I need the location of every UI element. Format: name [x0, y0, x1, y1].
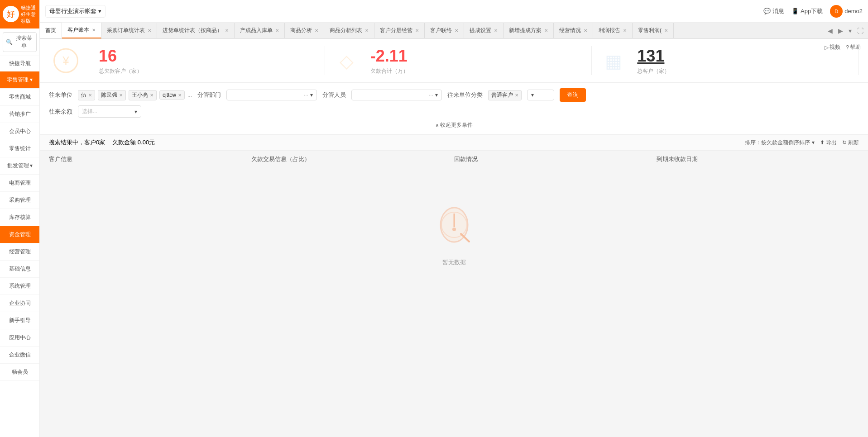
tab-purchase-stats-by-product[interactable]: 进货单统计表（按商品） ✕: [157, 23, 235, 38]
sort-chevron-icon: ▾: [812, 139, 815, 146]
tab-close-customer-contact[interactable]: ✕: [455, 28, 458, 33]
company-tag-wang[interactable]: 王小亮 ✕: [129, 90, 157, 100]
person-select[interactable]: ··· ▾: [351, 90, 442, 100]
sidebar-item-purchase[interactable]: 采购管理: [0, 192, 39, 209]
quick-nav-button[interactable]: 快捷导航: [0, 56, 39, 71]
tab-product-analysis-list[interactable]: 商品分析列表 ✕: [324, 23, 374, 38]
category-tag-normal[interactable]: 普通客户 ✕: [488, 90, 522, 100]
category-tag-close[interactable]: ✕: [515, 93, 518, 98]
tab-scroll-left-button[interactable]: ◀: [826, 26, 834, 35]
company-tag-close-wu[interactable]: ✕: [88, 93, 92, 98]
tab-expand-button[interactable]: ⛶: [855, 26, 865, 35]
help-link[interactable]: ? 帮助: [846, 43, 861, 51]
tab-close-product-analysis[interactable]: ✕: [315, 28, 318, 33]
dept-more-icon: ···: [304, 92, 308, 98]
app-download-button[interactable]: 📱 App下载: [791, 7, 823, 15]
dept-select[interactable]: ··· ▾: [226, 90, 317, 100]
sidebar-item-retail-stats[interactable]: 零售统计: [0, 140, 39, 157]
sidebar-item-vip-member[interactable]: 畅会员: [0, 364, 39, 381]
sidebar-item-new-guide[interactable]: 新手引导: [0, 312, 39, 329]
sidebar-item-app-center[interactable]: 应用中心: [0, 329, 39, 347]
tab-purchase-order-stats[interactable]: 采购订单统计表 ✕: [101, 23, 157, 38]
company-tag-wu[interactable]: 伍 ✕: [78, 90, 95, 100]
export-button[interactable]: ⬆ 导出: [820, 139, 837, 147]
refresh-button[interactable]: ↻ 刷新: [842, 139, 859, 147]
sidebar-item-retail-mall[interactable]: 零售商城: [0, 89, 39, 106]
table-header: 客户信息 欠款交易信息（占比） 回款情况 到期未收款日期: [40, 151, 868, 168]
company-tag-chen[interactable]: 陈民强 ✕: [98, 90, 126, 100]
tab-menu-button[interactable]: ▾: [847, 26, 854, 35]
tab-close-product-analysis-list[interactable]: ✕: [365, 28, 369, 33]
stat-value-debt-customers: 16: [99, 46, 142, 66]
sidebar-item-ecommerce[interactable]: 电商管理: [0, 175, 39, 192]
sidebar-item-base-info[interactable]: 基础信息: [0, 261, 39, 278]
tab-close-customer-account[interactable]: ✕: [92, 28, 96, 33]
user-profile[interactable]: D demo2: [830, 5, 863, 18]
search-menu-button[interactable]: 🔍 搜索菜单: [3, 32, 37, 52]
account-selector[interactable]: 母婴行业演示帐套 ▾: [45, 5, 106, 18]
sidebar-item-retail-management[interactable]: 零售管理 ▾: [0, 71, 39, 89]
stat-total-debt-amount: ◇ -2.11 欠款合计（万）: [325, 46, 592, 75]
tab-customer-account[interactable]: 客户账本 ✕: [62, 23, 101, 38]
svg-point-2: [452, 228, 456, 231]
tab-close-operations-status[interactable]: ✕: [584, 28, 587, 33]
tab-home[interactable]: 首页: [40, 23, 62, 38]
tab-operations-status[interactable]: 经营情况 ✕: [554, 23, 593, 38]
tab-close-profit-report[interactable]: ✕: [623, 28, 627, 33]
tab-close-purchase-stats-by-product[interactable]: ✕: [225, 28, 229, 33]
tab-close-new-incentive[interactable]: ✕: [544, 28, 548, 33]
sort-select[interactable]: 排序：按欠款金额倒序排序 ▾: [745, 139, 815, 147]
tab-scroll-right-button[interactable]: ▶: [836, 26, 845, 35]
tab-product-inbound[interactable]: 产成品入库单 ✕: [235, 23, 285, 38]
tab-close-reminder-settings[interactable]: ✕: [494, 28, 498, 33]
company-tag-close-wang[interactable]: ✕: [150, 93, 153, 98]
category-dropdown[interactable]: ▾: [527, 90, 554, 100]
tab-close-customer-segment[interactable]: ✕: [415, 28, 419, 33]
video-link[interactable]: ▷ 视频: [825, 43, 840, 51]
sidebar-item-system[interactable]: 系统管理: [0, 278, 39, 295]
tab-retail-profit[interactable]: 零售利润( ✕: [633, 23, 674, 38]
topbar-right: 💬 消息 📱 App下载 D demo2: [763, 5, 863, 18]
balance-select[interactable]: 选择... ▾: [78, 105, 141, 118]
refresh-icon: ↻: [842, 139, 847, 146]
sort-label: 排序：按欠款金额倒序排序: [745, 139, 810, 147]
search-result-right: 排序：按欠款金额倒序排序 ▾ ⬆ 导出 ↻ 刷新: [745, 139, 859, 147]
chevron-up-icon: ∧: [435, 122, 439, 128]
help-icon: ?: [846, 44, 849, 51]
search-result-bar: 搜索结果中，客户0家 欠款金额 0.00元 排序：按欠款金额倒序排序 ▾ ⬆ 导…: [40, 135, 868, 151]
sidebar-item-finance[interactable]: 资金管理: [0, 226, 39, 243]
tab-close-product-inbound[interactable]: ✕: [275, 28, 279, 33]
stat-label-total-customers: 总客户（家）: [637, 67, 670, 75]
tab-close-purchase-order-stats[interactable]: ✕: [148, 28, 151, 33]
logo-icon: 好: [3, 6, 19, 22]
company-tag-close-cjttcw[interactable]: ✕: [178, 93, 182, 98]
sidebar-logo: 好 畅捷通好生意 标版: [0, 0, 39, 28]
category-chevron-icon: ▾: [531, 92, 534, 98]
query-button[interactable]: 查询: [560, 88, 586, 102]
tab-profit-report[interactable]: 利润报告 ✕: [593, 23, 633, 38]
sidebar-item-member-center[interactable]: 会员中心: [0, 123, 39, 140]
sidebar-item-enterprise-collab[interactable]: 企业协同: [0, 295, 39, 312]
sidebar-item-marketing[interactable]: 营销推广: [0, 106, 39, 123]
messages-button[interactable]: 💬 消息: [763, 7, 784, 15]
sidebar-item-inventory[interactable]: 库存核算: [0, 209, 39, 226]
tabbar-end: ◀ ▶ ▾ ⛶: [823, 26, 868, 35]
tab-product-analysis[interactable]: 商品分析 ✕: [285, 23, 324, 38]
tab-new-incentive-plan[interactable]: 新增提成方案 ✕: [504, 23, 554, 38]
tab-reminder-settings[interactable]: 提成设置 ✕: [464, 23, 504, 38]
company-tags-more[interactable]: ...: [187, 92, 192, 98]
tab-close-retail-profit[interactable]: ✕: [664, 28, 668, 33]
company-tag-cjttcw[interactable]: cjttcw ✕: [159, 90, 185, 100]
collapse-button[interactable]: ∧ 收起更多条件: [435, 121, 473, 129]
sidebar-item-enterprise-wechat[interactable]: 企业微信: [0, 347, 39, 364]
person-chevron-icon: ▾: [435, 92, 438, 98]
sidebar-item-operations[interactable]: 经营管理: [0, 243, 39, 261]
table-col-repayment: 回款情况: [454, 155, 657, 163]
company-tag-close-chen[interactable]: ✕: [119, 93, 123, 98]
play-icon: ▷: [825, 44, 829, 51]
stat-label-debt-customers: 总欠款客户（家）: [99, 67, 142, 75]
sidebar-item-wholesale[interactable]: 批发管理 ▾: [0, 157, 39, 175]
tabbar: 首页 客户账本 ✕ 采购订单统计表 ✕ 进货单统计表（按商品） ✕ 产成品入库单…: [40, 23, 868, 39]
tab-customer-contact[interactable]: 客户联络 ✕: [425, 23, 464, 38]
tab-customer-segment[interactable]: 客户分层经营 ✕: [374, 23, 425, 38]
